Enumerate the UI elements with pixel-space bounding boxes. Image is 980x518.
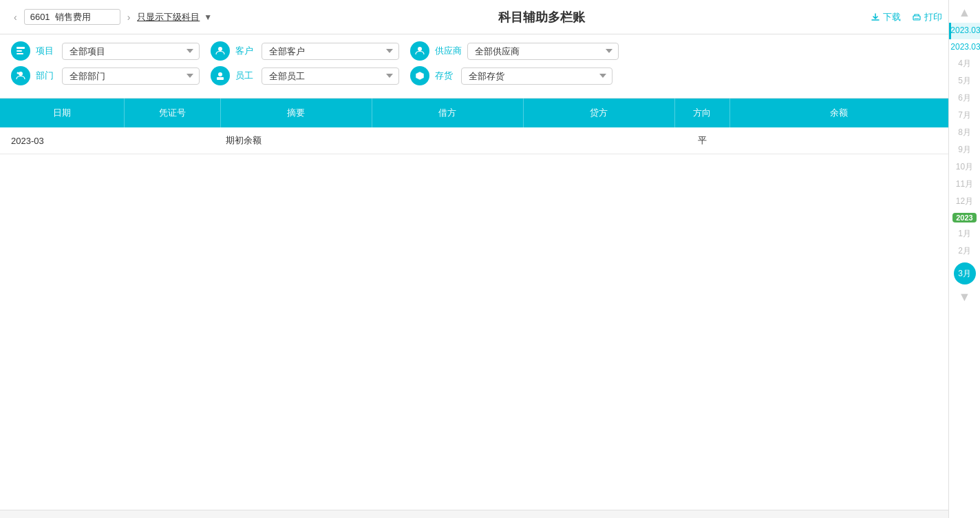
- dept-label: 部门: [36, 70, 56, 82]
- project-label: 项目: [36, 45, 56, 57]
- cell-direction: 平: [674, 127, 729, 154]
- inventory-icon: [410, 66, 429, 85]
- col-voucher: 凭证号: [124, 99, 220, 127]
- supplier-icon: [410, 41, 429, 61]
- cell-date: 2023-03: [0, 127, 124, 154]
- sidebar-month-3-container[interactable]: 3月: [954, 260, 976, 287]
- horizontal-scrollbar[interactable]: [0, 510, 948, 518]
- col-direction: 方向: [674, 99, 729, 127]
- project-select[interactable]: 全部项目: [62, 43, 200, 60]
- customer-icon: [211, 41, 230, 61]
- sidebar-month-4[interactable]: 4月: [949, 55, 980, 72]
- customer-select-wrapper: 全部客户: [262, 43, 399, 60]
- employee-icon: [211, 66, 230, 85]
- filter-row-2: 部门 全部部门 员工 全部员工: [11, 66, 969, 85]
- sidebar-month-6[interactable]: 6月: [949, 90, 980, 107]
- svg-point-4: [218, 47, 222, 51]
- sidebar-month-9[interactable]: 9月: [949, 141, 980, 158]
- cell-debit: [372, 127, 523, 154]
- svg-point-9: [218, 72, 222, 76]
- next-account-button[interactable]: ›: [125, 10, 134, 24]
- dept-select[interactable]: 全部部门: [62, 68, 200, 85]
- dept-select-wrapper: 全部部门: [62, 68, 200, 85]
- sidebar-month-11[interactable]: 11月: [949, 176, 980, 193]
- svg-rect-3: [17, 53, 23, 54]
- inventory-select-wrapper: 全部存货: [461, 68, 612, 85]
- filter-item-inventory: 存货 全部存货: [410, 66, 612, 85]
- inventory-select[interactable]: 全部存货: [461, 68, 612, 85]
- cell-balance: [729, 127, 948, 154]
- supplier-select[interactable]: 全部供应商: [467, 43, 619, 60]
- filter-item-dept: 部门 全部部门: [11, 66, 200, 85]
- table-header-row: 日期 凭证号 摘要 借方 贷方 方向 余额: [0, 99, 948, 127]
- col-credit: 贷方: [523, 99, 674, 127]
- svg-rect-2: [17, 50, 22, 52]
- sidebar-month-10[interactable]: 10月: [949, 158, 980, 176]
- filter-link[interactable]: 只显示下级科目: [137, 11, 200, 23]
- print-icon: [912, 12, 922, 22]
- employee-label: 员工: [235, 70, 256, 82]
- customer-label: 客户: [235, 45, 256, 57]
- supplier-label: 供应商: [435, 45, 462, 57]
- svg-point-6: [19, 72, 23, 76]
- header: ‹ › 只显示下级科目 ▼ 科目辅助多栏账 下载 打印 ✕: [0, 0, 980, 34]
- sidebar-period-item-1[interactable]: 2023.03: [949, 23, 980, 39]
- col-summary: 摘要: [220, 99, 372, 127]
- employee-select-wrapper: 全部员工: [262, 68, 399, 85]
- filter-item-supplier: 供应商 全部供应商: [410, 41, 619, 61]
- sidebar-month-12[interactable]: 12月: [949, 193, 980, 210]
- project-select-wrapper: 全部项目: [62, 43, 200, 60]
- ledger-table: 日期 凭证号 摘要 借方 贷方 方向 余额 2023-03 期初余额 平: [0, 99, 948, 154]
- header-left: ‹ › 只显示下级科目 ▼: [11, 9, 212, 25]
- supplier-select-wrapper: 全部供应商: [467, 43, 619, 60]
- inventory-label: 存货: [435, 70, 456, 82]
- page-title: 科目辅助多栏账: [212, 9, 871, 25]
- sidebar-period-label-2: 2023.03: [950, 42, 980, 53]
- download-icon: [871, 12, 880, 22]
- sidebar-month-1[interactable]: 1月: [949, 225, 980, 242]
- col-balance: 余额: [729, 99, 948, 127]
- cell-credit: [523, 127, 674, 154]
- filter-section: 项目 全部项目 客户 全部客户: [0, 34, 980, 99]
- cell-voucher: [124, 127, 220, 154]
- project-icon: [11, 41, 30, 61]
- prev-account-button[interactable]: ‹: [11, 10, 20, 24]
- svg-point-5: [418, 47, 422, 51]
- col-debit: 借方: [372, 99, 523, 127]
- sidebar-period-item-2[interactable]: 2023.03: [949, 39, 980, 56]
- dept-icon: [11, 66, 30, 85]
- account-input[interactable]: [24, 9, 120, 25]
- sidebar-year-badge[interactable]: 2023: [952, 210, 976, 225]
- scrollbar-track: [0, 510, 895, 517]
- col-date: 日期: [0, 99, 124, 127]
- filter-arrow-icon: ▼: [204, 12, 212, 22]
- filter-item-project: 项目 全部项目: [11, 41, 200, 61]
- svg-point-7: [17, 72, 19, 74]
- sidebar-month-8[interactable]: 8月: [949, 124, 980, 141]
- right-sidebar: ▲ 2023.03 2023.03 4月 5月 6月 7月 8月 9月 10月 …: [948, 0, 980, 518]
- print-button[interactable]: 打印: [912, 11, 942, 23]
- svg-rect-8: [217, 77, 224, 80]
- sidebar-down-button[interactable]: ▼: [959, 290, 971, 304]
- svg-rect-1: [17, 47, 25, 49]
- filter-item-customer: 客户 全部客户: [211, 41, 399, 61]
- sidebar-month-3-active[interactable]: 3月: [954, 262, 976, 284]
- filter-item-employee: 员工 全部员工: [211, 66, 399, 85]
- customer-select[interactable]: 全部客户: [262, 43, 399, 60]
- filter-row-1: 项目 全部项目 客户 全部客户: [11, 41, 969, 61]
- download-button[interactable]: 下载: [871, 11, 901, 23]
- employee-select[interactable]: 全部员工: [262, 68, 399, 85]
- table-row: 2023-03 期初余额 平: [0, 127, 948, 154]
- sidebar-month-7[interactable]: 7月: [949, 107, 980, 124]
- sidebar-up-button[interactable]: ▲: [959, 6, 971, 20]
- sidebar-month-2[interactable]: 2月: [949, 242, 980, 260]
- table-container: 日期 凭证号 摘要 借方 贷方 方向 余额 2023-03 期初余额 平: [0, 99, 948, 510]
- svg-rect-0: [913, 16, 920, 20]
- sidebar-month-5[interactable]: 5月: [949, 72, 980, 90]
- cell-summary: 期初余额: [220, 127, 372, 154]
- sidebar-period-label-1: 2023.03: [950, 25, 980, 37]
